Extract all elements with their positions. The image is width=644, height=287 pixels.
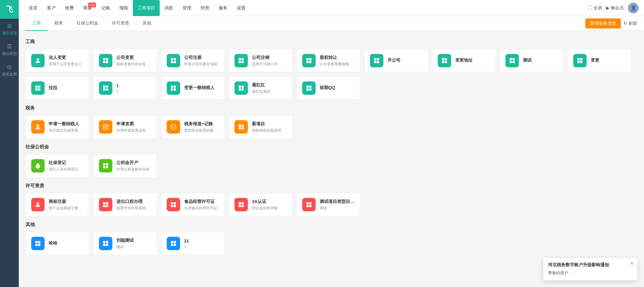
card-text-tax-report: 税务报道+记账 拿到营业执照的新公司 <box>184 121 219 133</box>
card-change-address[interactable]: 变更地址 <box>432 49 496 72</box>
nav-manage[interactable]: 管理 <box>178 0 196 16</box>
svg-rect-86 <box>36 244 38 246</box>
app-logo: 飞 <box>0 0 19 19</box>
nav-settings[interactable]: 设置 <box>232 0 250 16</box>
svg-text:¥: ¥ <box>172 126 174 129</box>
card-change-taxpayer[interactable]: 变更一般纳税人 <box>161 76 225 100</box>
card-text-apply-taxpayer: 申请一般纳税人 当月或次月成变更完成 <box>49 121 84 133</box>
add-type-button[interactable]: 新增业务类型 <box>585 18 621 28</box>
svg-rect-90 <box>103 244 106 246</box>
refresh-button[interactable]: ↻ 刷新 <box>624 18 637 28</box>
card-text-lala: 拉拉 <box>49 85 84 92</box>
card-company-change[interactable]: 公司变更 股权变更外的业务变更 <box>93 49 157 72</box>
tab-tax[interactable]: 税务 <box>48 16 70 31</box>
svg-rect-65 <box>103 166 106 168</box>
nav-home[interactable]: 首页 <box>24 0 42 16</box>
svg-rect-91 <box>106 244 108 246</box>
card-text-3a-cert: 3A认证 对企业信誉评级 <box>252 199 287 211</box>
svg-rect-73 <box>174 202 176 205</box>
card-text-company-register: 公司注册 申请公司注册全流程 <box>184 55 219 67</box>
nav-service[interactable]: 服务 <box>214 0 232 16</box>
card-icon-apply-invoice <box>99 120 112 134</box>
member-button[interactable]: ▶ 畅会员 <box>606 5 624 11</box>
main-area: 首页 客户 收费 票据 new 记账 报税 工商项目 消息 管理 经营 服务 设… <box>19 0 644 287</box>
card-import-export[interactable]: 进出口权办理 适用于对外贸易经营者 <box>93 193 157 216</box>
svg-rect-50 <box>309 86 312 88</box>
card-fund-open[interactable]: 公积金开户 办理公积金相关业务 <box>93 154 157 177</box>
card-trademark[interactable]: 商标注册 用于企业商标注册服务 <box>25 193 89 216</box>
card-food-permit[interactable]: 食品经营许可证 办理食品经营许可证 <box>161 193 225 216</box>
card-company-register[interactable]: 公司注册 申请公司注册全流程 <box>161 49 225 72</box>
svg-rect-35 <box>36 88 38 91</box>
new-badge: new <box>88 3 96 7</box>
user-avatar[interactable]: 👤 <box>628 3 639 13</box>
svg-rect-51 <box>307 88 309 91</box>
sub-tabs-bar: 工商 税务 社保公积金 许可资质 其他 新增业务类型 ↻ 刷新 <box>19 16 644 31</box>
card-text-equity-transfer: 股权转让 公司变更需要股权转让 <box>320 55 355 67</box>
svg-rect-92 <box>171 241 173 243</box>
card-text-one: 1 1 <box>116 83 151 93</box>
svg-rect-22 <box>445 58 447 61</box>
svg-rect-26 <box>513 58 515 61</box>
svg-rect-85 <box>38 241 41 243</box>
card-apply-invoice[interactable]: 申请发票 办理申请发票业务 <box>93 115 157 139</box>
card-equity-transfer[interactable]: 股权转让 公司变更需要股权转让 <box>297 49 360 72</box>
nav-customer[interactable]: 客户 <box>42 0 60 16</box>
svg-rect-75 <box>174 205 176 207</box>
nav-tax[interactable]: 报税 <box>115 0 133 16</box>
svg-rect-48 <box>241 88 244 91</box>
svg-rect-31 <box>578 61 580 63</box>
svg-rect-3 <box>103 61 106 63</box>
tab-industry[interactable]: 工商 <box>25 16 48 31</box>
card-3a-cert[interactable]: 3A认证 对企业信誉评级 <box>229 193 292 216</box>
card-legal-change[interactable]: 法人变更 适用于公司变更法人 <box>25 49 89 72</box>
card-company-cancel[interactable]: 公司注销 适用于注销公司 <box>229 49 292 72</box>
nav-industry[interactable]: 工商项目 <box>133 0 160 16</box>
card-test-category[interactable]: 测试项目类型目定义 测试 <box>297 193 360 216</box>
card-haha[interactable]: 哈哈 <box>25 232 89 255</box>
card-qq[interactable]: 前期QQ <box>297 76 360 100</box>
nav-fee[interactable]: 收费 <box>60 0 78 16</box>
card-icon-change-taxpayer <box>167 81 180 95</box>
svg-rect-84 <box>36 241 38 243</box>
card-text-twenty-one: 21 1 <box>184 238 219 248</box>
svg-rect-87 <box>38 244 41 246</box>
tab-other[interactable]: 其他 <box>136 16 158 31</box>
card-icon-apply-taxpayer <box>31 120 45 134</box>
card-apply-taxpayer[interactable]: 申请一般纳税人 当月或次月成变更完成 <box>25 115 89 139</box>
fullscreen-button[interactable]: ⛶ 全屏 <box>588 5 602 11</box>
svg-point-67 <box>37 202 39 205</box>
notification-close-button[interactable]: ✕ <box>630 261 634 266</box>
tab-social[interactable]: 社保公积金 <box>70 16 105 31</box>
svg-rect-71 <box>106 205 108 207</box>
card-social-register[interactable]: 社保登记 进行人员社保登记 <box>25 154 89 177</box>
card-test[interactable]: 测试 <box>500 49 564 72</box>
svg-rect-6 <box>174 58 176 61</box>
nav-operation[interactable]: 经营 <box>196 0 214 16</box>
card-open-company[interactable]: 开公司 <box>364 49 428 72</box>
card-twenty-one[interactable]: 21 1 <box>161 232 225 255</box>
svg-rect-16 <box>309 61 312 63</box>
card-lala[interactable]: 拉拉 <box>25 76 89 100</box>
tab-license[interactable]: 许可资质 <box>105 16 136 31</box>
svg-rect-47 <box>239 88 241 91</box>
refresh-icon: ↻ <box>624 21 627 26</box>
progress-monitor-icon: ◎ <box>6 63 13 70</box>
nav-message[interactable]: 消息 <box>160 0 178 16</box>
card-icon-tax-report: ¥ <box>167 120 180 134</box>
sidebar-item-project-type[interactable]: ☰ 项目类型 <box>0 39 19 60</box>
card-one[interactable]: 1 1 <box>93 76 157 100</box>
svg-rect-14 <box>309 58 312 61</box>
svg-rect-66 <box>106 166 108 168</box>
nav-ticket[interactable]: 票据 new <box>78 0 97 16</box>
card-new-project[interactable]: 新项目 报税加税控盘保管 <box>229 115 292 139</box>
svg-rect-28 <box>513 61 515 63</box>
card-mohong[interactable]: 葛红红 葛红红测试 <box>229 76 292 100</box>
sidebar-item-project-manage[interactable]: ⊞ 项目管理 <box>0 19 19 39</box>
nav-account[interactable]: 记账 <box>97 0 115 16</box>
card-tax-report[interactable]: ¥ 税务报道+记账 拿到营业执照的新公司 <box>161 115 225 139</box>
sidebar-item-progress-monitor[interactable]: ◎ 进度监测 <box>0 60 19 80</box>
card-liu-test[interactable]: 刘聪测试 测试 <box>93 232 157 255</box>
card-change[interactable]: 变更 <box>568 49 631 72</box>
card-text-import-export: 进出口权办理 适用于对外贸易经营者 <box>116 199 151 211</box>
